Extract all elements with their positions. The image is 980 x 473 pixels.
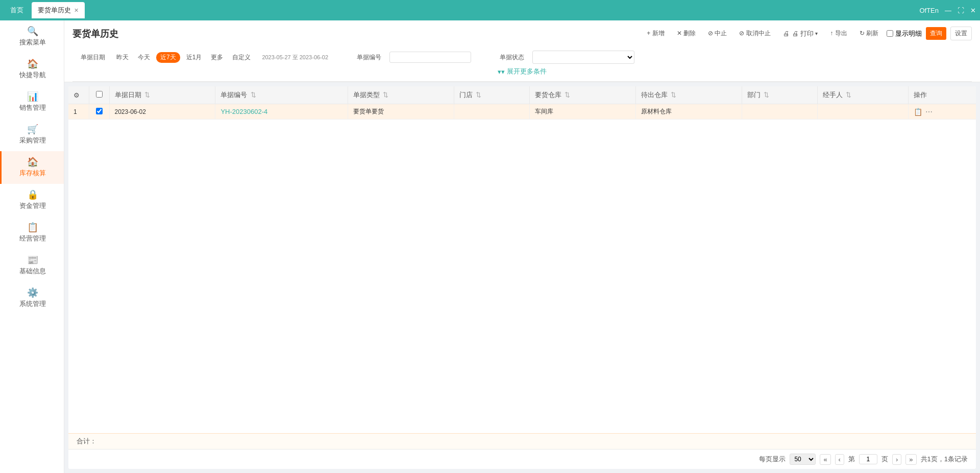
stop-button[interactable]: ⊘ 中止 — [704, 27, 731, 40]
refresh-button[interactable]: ↻ 刷新 — [855, 27, 883, 40]
last-page-btn[interactable]: » — [905, 454, 916, 465]
order-no-link[interactable]: YH-20230602-4 — [220, 108, 267, 115]
search-menu-icon: 🔍 — [27, 27, 38, 36]
col-type: 单据类型 ⇅ — [348, 86, 454, 104]
export-button[interactable]: ↑ 导出 — [826, 27, 851, 40]
sidebar-item-search-menu[interactable]: 🔍 搜索菜单 — [0, 20, 64, 53]
table-header-row: ⚙ 单据日期 ⇅ 单据编号 ⇅ — [68, 86, 976, 104]
table-container: ⚙ 单据日期 ⇅ 单据编号 ⇅ — [68, 86, 976, 469]
checkbox-column-header — [89, 86, 109, 104]
sidebar-item-operations[interactable]: 📋 经营管理 — [0, 217, 64, 249]
date-btn-1month[interactable]: 近1月 — [183, 52, 205, 63]
next-page-btn[interactable]: › — [892, 454, 901, 465]
order-no-label: 单据编号 — [357, 53, 381, 62]
date-filter-label: 单据日期 — [81, 53, 105, 62]
sidebar-label-inventory: 库存核算 — [19, 169, 46, 178]
order-no-input[interactable] — [389, 52, 471, 63]
query-button[interactable]: 查询 — [926, 27, 946, 40]
sort-out-warehouse-icon[interactable]: ⇅ — [671, 91, 676, 99]
quick-nav-icon: 🏠 — [27, 59, 38, 68]
sidebar-label-operations: 经营管理 — [19, 234, 46, 243]
cancel-stop-button[interactable]: ⊘ 取消中止 — [735, 27, 774, 40]
sort-type-icon[interactable]: ⇅ — [383, 91, 388, 99]
page-label: 第 — [848, 455, 855, 464]
table-row: 1 2023-06-02 YH-20230602-4 要货单要货 车间库 原材料… — [68, 104, 976, 120]
basic-info-icon: 📰 — [27, 255, 38, 265]
close-tab-icon[interactable]: ✕ — [74, 7, 79, 14]
sidebar-item-basic-info[interactable]: 📰 基础信息 — [0, 249, 64, 282]
prev-page-btn[interactable]: ‹ — [835, 454, 844, 465]
col-handler: 经手人 ⇅ — [818, 86, 909, 104]
date-range-display: 2023-05-27 至 2023-06-02 — [262, 54, 328, 61]
history-tab-label: 要货单历史 — [38, 6, 71, 15]
date-btn-more[interactable]: 更多 — [208, 52, 226, 63]
delete-button[interactable]: ✕ 删除 — [673, 27, 700, 40]
date-btn-today[interactable]: 今天 — [135, 52, 153, 63]
row-warehouse: 车间库 — [530, 104, 636, 120]
maximize-btn[interactable]: ⛶ — [958, 7, 964, 14]
status-select[interactable] — [532, 51, 634, 64]
col-order-no: 单据编号 ⇅ — [215, 86, 348, 104]
sidebar-item-system[interactable]: ⚙️ 系统管理 — [0, 282, 64, 315]
per-page-label: 每页显示 — [759, 455, 786, 464]
display-detail-toggle[interactable]: 显示明细 — [887, 29, 922, 38]
sort-order-no-icon[interactable]: ⇅ — [251, 91, 256, 99]
sales-icon: 📊 — [27, 92, 38, 101]
minimize-btn[interactable]: — — [945, 7, 951, 14]
expand-row: ▾▾ 展开更多条件 — [81, 67, 964, 76]
sort-handler-icon[interactable]: ⇅ — [846, 91, 851, 99]
new-button[interactable]: + 新增 — [643, 27, 668, 40]
display-detail-label: 显示明细 — [895, 29, 922, 38]
sidebar-label-basic-info: 基础信息 — [19, 267, 46, 276]
sidebar-item-sales[interactable]: 📊 销售管理 — [0, 86, 64, 119]
data-table: ⚙ 单据日期 ⇅ 单据编号 ⇅ — [68, 86, 976, 120]
row-edit-btn[interactable]: 📋 — [914, 108, 922, 116]
row-store — [454, 104, 530, 120]
page-title-row: 要货单历史 + 新增 ✕ 删除 ⊘ 中止 ⊘ 取消中止 🖨 🖨 打印 ▾ ↑ 导… — [72, 27, 972, 40]
col-action: 操作 — [909, 86, 976, 104]
sidebar-item-purchase[interactable]: 🛒 采购管理 — [0, 119, 64, 151]
sidebar-label-quick-nav: 快捷导航 — [19, 70, 46, 80]
pagination: 每页显示 10 20 50 100 « ‹ 第 页 › » 共1页，1条记录 — [68, 449, 976, 469]
tab-history[interactable]: 要货单历史 ✕ — [32, 2, 85, 18]
sort-date-icon[interactable]: ⇅ — [144, 91, 150, 99]
print-button[interactable]: 🖨 🖨 打印 ▾ — [779, 27, 822, 40]
date-btn-custom[interactable]: 自定义 — [229, 52, 254, 63]
date-btn-yesterday[interactable]: 昨天 — [113, 52, 132, 63]
col-date: 单据日期 ⇅ — [109, 86, 215, 104]
row-index: 1 — [68, 104, 89, 120]
first-page-btn[interactable]: « — [820, 454, 830, 465]
sidebar-item-finance[interactable]: 🔒 资金管理 — [0, 184, 64, 217]
date-btn-7days[interactable]: 近7天 — [156, 52, 180, 63]
settings-column-header[interactable]: ⚙ — [68, 86, 89, 104]
sidebar-label-search-menu: 搜索菜单 — [19, 38, 46, 47]
close-btn[interactable]: ✕ — [970, 7, 976, 14]
operations-icon: 📋 — [27, 223, 38, 232]
select-all-checkbox[interactable] — [96, 91, 103, 98]
row-date: 2023-06-02 — [109, 104, 215, 120]
page-header: 要货单历史 + 新增 ✕ 删除 ⊘ 中止 ⊘ 取消中止 🖨 🖨 打印 ▾ ↑ 导… — [64, 20, 980, 82]
page-number-input[interactable] — [859, 454, 877, 464]
col-out-warehouse: 待出仓库 ⇅ — [636, 86, 742, 104]
row-type: 要货单要货 — [348, 104, 454, 120]
settings-button[interactable]: 设置 — [950, 27, 972, 40]
row-more-btn[interactable]: ⋯ — [925, 108, 933, 116]
per-page-select[interactable]: 10 20 50 100 — [790, 454, 816, 465]
sidebar-label-purchase: 采购管理 — [19, 136, 46, 145]
row-checkbox[interactable] — [96, 108, 103, 114]
row-actions: 📋 ⋯ — [909, 104, 976, 120]
sort-warehouse-icon[interactable]: ⇅ — [565, 91, 570, 99]
tab-home[interactable]: 首页 — [4, 2, 30, 18]
total-info: 共1页，1条记录 — [921, 455, 968, 464]
status-label: 单据状态 — [500, 53, 524, 62]
column-settings-icon[interactable]: ⚙ — [74, 91, 80, 99]
sort-store-icon[interactable]: ⇅ — [476, 91, 481, 99]
print-label: 🖨 打印 — [792, 29, 814, 38]
sort-department-icon[interactable]: ⇅ — [764, 91, 769, 99]
sidebar-item-inventory[interactable]: 🏠 库存核算 — [0, 151, 64, 184]
expand-filters-btn[interactable]: ▾▾ 展开更多条件 — [498, 67, 547, 76]
purchase-icon: 🛒 — [27, 125, 38, 134]
display-detail-checkbox[interactable] — [887, 30, 893, 37]
sidebar-item-quick-nav[interactable]: 🏠 快捷导航 — [0, 53, 64, 86]
top-bar-right: OfTEn — ⛶ ✕ — [919, 7, 976, 14]
